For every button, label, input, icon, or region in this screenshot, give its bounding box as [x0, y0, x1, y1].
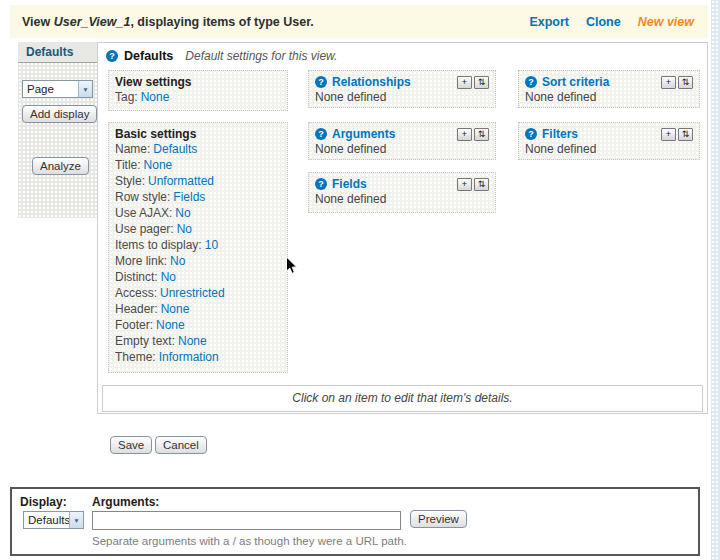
add-icon[interactable]: +	[457, 76, 472, 89]
setting-value-link[interactable]: 10	[205, 238, 218, 252]
setting-value-link[interactable]: No	[170, 254, 185, 268]
setting-row: Use AJAX:No	[115, 205, 281, 221]
fields-title-link[interactable]: Fields	[332, 177, 367, 191]
rearrange-icon[interactable]: ⇅	[474, 178, 489, 191]
help-icon[interactable]: ?	[315, 178, 327, 190]
setting-label: Use pager:	[115, 222, 174, 236]
setting-label: Empty text:	[115, 334, 175, 348]
setting-value-link[interactable]: None	[161, 302, 190, 316]
rearrange-icon[interactable]: ⇅	[678, 128, 693, 141]
edit-hint: Click on an item to edit that item's det…	[102, 385, 703, 412]
empty-text: None defined	[525, 141, 693, 157]
display-type-value: Page	[23, 81, 78, 97]
setting-label: Items to display:	[115, 238, 202, 252]
setting-row: Items to display:10	[115, 237, 281, 253]
arguments-title-link[interactable]: Arguments	[332, 127, 395, 141]
setting-value-link[interactable]: Unformatted	[148, 174, 214, 188]
export-link[interactable]: Export	[529, 15, 569, 29]
title-prefix: View	[22, 15, 54, 29]
setting-row: Use pager:No	[115, 221, 281, 237]
preview-button[interactable]: Preview	[410, 510, 467, 528]
arguments-help-text: Separate arguments with a / as though th…	[92, 535, 407, 547]
setting-row: Row style:Fields	[115, 189, 281, 205]
chevron-down-icon: ▼	[69, 512, 83, 528]
setting-row: Access:Unrestricted	[115, 285, 281, 301]
save-button[interactable]: Save	[110, 436, 152, 454]
setting-row: Header:None	[115, 301, 281, 317]
setting-label: Use AJAX:	[115, 206, 172, 220]
view-name: User_View_1	[54, 15, 131, 29]
tag-value-link[interactable]: None	[141, 90, 170, 104]
add-icon[interactable]: +	[457, 178, 472, 191]
preview-display-value: Defaults	[24, 512, 69, 528]
setting-row: Title:None	[115, 157, 281, 173]
setting-value-link[interactable]: No	[175, 206, 190, 220]
display-sidebar: Defaults Page ▼ Add display Analyze	[18, 42, 97, 218]
setting-value-link[interactable]: None	[156, 318, 185, 332]
setting-row: More link:No	[115, 253, 281, 269]
display-label: Display:	[20, 495, 67, 509]
arguments-panel: ? Arguments + ⇅ None defined	[308, 122, 496, 160]
preview-display-select[interactable]: Defaults ▼	[23, 511, 84, 529]
setting-label: Footer:	[115, 318, 153, 332]
setting-value-link[interactable]: Unrestricted	[160, 286, 225, 300]
add-icon[interactable]: +	[457, 128, 472, 141]
setting-label: Distinct:	[115, 270, 158, 284]
view-settings-panel: View settings Tag:None	[108, 70, 288, 111]
setting-value-link[interactable]: No	[177, 222, 192, 236]
header-links: Export Clone New view	[529, 15, 694, 29]
add-display-button[interactable]: Add display	[22, 105, 97, 123]
view-header-bar: View User_View_1, displaying items of ty…	[10, 5, 708, 38]
title-suffix: , displaying items of type User.	[130, 15, 313, 29]
empty-text: None defined	[315, 191, 489, 207]
setting-row: Theme:Information	[115, 349, 281, 365]
setting-row: Empty text:None	[115, 333, 281, 349]
relationships-panel: ? Relationships + ⇅ None defined	[308, 70, 496, 108]
setting-label: Access:	[115, 286, 157, 300]
rearrange-icon[interactable]: ⇅	[678, 76, 693, 89]
sort-criteria-title-link[interactable]: Sort criteria	[542, 75, 609, 89]
tab-defaults[interactable]: Defaults	[18, 42, 97, 63]
empty-text: None defined	[315, 89, 489, 105]
basic-settings-title: Basic settings	[115, 127, 281, 141]
setting-row: Distinct:No	[115, 269, 281, 285]
setting-value-link[interactable]: Information	[159, 350, 219, 364]
sort-criteria-panel: ? Sort criteria + ⇅ None defined	[518, 70, 700, 108]
help-icon[interactable]: ?	[106, 50, 118, 62]
help-icon[interactable]: ?	[315, 128, 327, 140]
empty-text: None defined	[525, 89, 693, 105]
setting-value-link[interactable]: None	[178, 334, 207, 348]
page-title: View User_View_1, displaying items of ty…	[22, 15, 314, 29]
arguments-label: Arguments:	[92, 495, 159, 509]
filters-title-link[interactable]: Filters	[542, 127, 578, 141]
setting-label: Style:	[115, 174, 145, 188]
setting-label: Title:	[115, 158, 141, 172]
chevron-down-icon: ▼	[78, 81, 92, 97]
add-icon[interactable]: +	[661, 128, 676, 141]
rearrange-icon[interactable]: ⇅	[474, 76, 489, 89]
setting-value-link[interactable]: No	[161, 270, 176, 284]
add-icon[interactable]: +	[661, 76, 676, 89]
help-icon[interactable]: ?	[525, 76, 537, 88]
setting-row: Footer:None	[115, 317, 281, 333]
new-view-link[interactable]: New view	[638, 15, 694, 29]
clone-link[interactable]: Clone	[586, 15, 621, 29]
filters-panel: ? Filters + ⇅ None defined	[518, 122, 700, 160]
setting-value-link[interactable]: Fields	[173, 190, 205, 204]
view-editor-panel: ? Defaults Default settings for this vie…	[97, 42, 708, 414]
relationships-title-link[interactable]: Relationships	[332, 75, 411, 89]
setting-label: Name:	[115, 142, 150, 156]
help-icon[interactable]: ?	[525, 128, 537, 140]
setting-label: Theme:	[115, 350, 156, 364]
help-icon[interactable]: ?	[315, 76, 327, 88]
cancel-button[interactable]: Cancel	[155, 436, 207, 454]
setting-value-link[interactable]: Defaults	[153, 142, 197, 156]
arguments-input[interactable]	[92, 511, 401, 530]
setting-row: Name:Defaults	[115, 141, 281, 157]
analyze-button[interactable]: Analyze	[32, 157, 89, 175]
rearrange-icon[interactable]: ⇅	[474, 128, 489, 141]
display-heading: ? Defaults Default settings for this vie…	[106, 49, 337, 63]
setting-value-link[interactable]: None	[144, 158, 173, 172]
display-heading-note: Default settings for this view.	[185, 49, 337, 63]
display-type-select[interactable]: Page ▼	[22, 80, 93, 98]
